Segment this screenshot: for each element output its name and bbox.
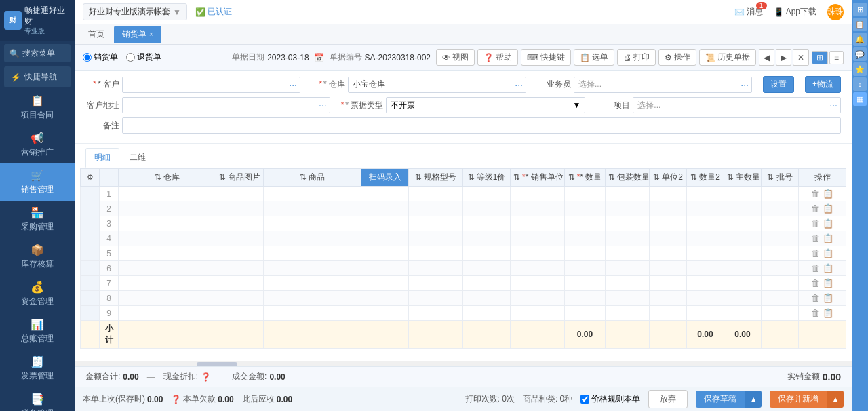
help-icon-debt[interactable]: ❓ — [171, 395, 181, 404]
row-delete-icon[interactable]: 🗑 — [810, 293, 821, 303]
cell-ops-2[interactable]: 🗑📋 — [799, 201, 846, 216]
cell-8-1[interactable] — [511, 187, 565, 201]
cell-6-5[interactable] — [409, 246, 463, 261]
col-settings[interactable]: ⚙ — [81, 169, 100, 187]
cell-ops-9[interactable]: 🗑📋 — [799, 306, 846, 321]
col-unit-header[interactable]: ⇅ * 销售单位 — [511, 169, 565, 187]
cell-7-4[interactable] — [463, 231, 511, 246]
cell-13-6[interactable] — [724, 261, 762, 276]
invoice-type-select[interactable]: 不开票 ▼ — [386, 97, 585, 113]
cell-13-9[interactable] — [724, 306, 762, 321]
right-icon-1[interactable]: ⊞ — [853, 3, 867, 16]
help-circle-icon[interactable]: ❓ — [201, 372, 211, 382]
cell-ops-3[interactable]: 🗑📋 — [799, 216, 846, 231]
list-view-button[interactable]: ≡ — [829, 51, 844, 64]
cell-7-7[interactable] — [463, 276, 511, 291]
cell-6-4[interactable] — [409, 231, 463, 246]
cell-13-8[interactable] — [724, 291, 762, 306]
cell-10-9[interactable] — [606, 306, 650, 321]
cell-ops-7[interactable]: 🗑📋 — [799, 276, 846, 291]
cell-14-2[interactable] — [762, 201, 799, 216]
cell-8-6[interactable] — [511, 261, 565, 276]
cell-4-3[interactable] — [264, 216, 361, 231]
cell-9-8[interactable] — [565, 291, 606, 306]
cell-9-5[interactable] — [565, 246, 606, 261]
cell-3-7[interactable] — [216, 276, 264, 291]
cell-3-5[interactable] — [216, 246, 264, 261]
cell-8-2[interactable] — [511, 201, 565, 216]
cell-2-7[interactable] — [119, 276, 216, 291]
row-copy-icon[interactable]: 📋 — [821, 218, 835, 229]
col-unit2-header[interactable]: ⇅ 单位2 — [650, 169, 687, 187]
address-dots-icon[interactable]: ··· — [319, 100, 327, 111]
cell-13-5[interactable] — [724, 246, 762, 261]
sidebar-item-capital[interactable]: 💰 资金管理 — [0, 275, 75, 313]
shortcut-button[interactable]: ⌨ 快捷键 — [521, 49, 571, 66]
col-spec-header[interactable]: ⇅ 规格型号 — [409, 169, 463, 187]
calendar-icon[interactable]: 📅 — [314, 53, 324, 62]
row-copy-icon[interactable]: 📋 — [821, 308, 835, 318]
col-image-header[interactable]: ⇅ 商品图片 — [216, 169, 264, 187]
row-copy-icon[interactable]: 📋 — [821, 233, 835, 243]
row-copy-icon[interactable]: 📋 — [821, 203, 835, 214]
cell-11-4[interactable] — [650, 231, 687, 246]
sidebar-item-invoice[interactable]: 🧾 发票管理 — [0, 350, 75, 387]
sidebar-item-marketing[interactable]: 📢 营销推广 — [0, 126, 75, 163]
row-copy-icon[interactable]: 📋 — [821, 293, 835, 303]
row-delete-icon[interactable]: 🗑 — [810, 263, 821, 273]
cell-14-9[interactable] — [762, 306, 799, 321]
cell-8-7[interactable] — [511, 276, 565, 291]
cell-13-4[interactable] — [724, 231, 762, 246]
sidebar-item-sales[interactable]: 🛒 销售管理 — [0, 163, 75, 201]
cell-ops-6[interactable]: 🗑📋 — [799, 261, 846, 276]
setup-button[interactable]: 设置 — [763, 76, 794, 93]
cell-10-6[interactable] — [606, 261, 650, 276]
customer-dots-icon[interactable]: ··· — [289, 79, 297, 90]
cell-11-6[interactable] — [650, 261, 687, 276]
close-page-button[interactable]: ✕ — [793, 49, 809, 66]
cell-10-4[interactable] — [606, 231, 650, 246]
col-qty2-header[interactable]: ⇅ 数量2 — [687, 169, 724, 187]
save-new-button[interactable]: 保存并新增 — [770, 391, 827, 408]
cell-11-8[interactable] — [650, 291, 687, 306]
cell-7-3[interactable] — [463, 216, 511, 231]
cell-9-9[interactable] — [565, 306, 606, 321]
cell-7-1[interactable] — [463, 187, 511, 201]
add-logistics-button[interactable]: +物流 — [805, 76, 841, 93]
cell-2-4[interactable] — [119, 231, 216, 246]
app-download-button[interactable]: 📱 App下载 — [774, 6, 816, 18]
cell-5-6[interactable] — [361, 261, 409, 276]
sidebar-item-general[interactable]: 📊 总账管理 — [0, 313, 75, 350]
cell-11-5[interactable] — [650, 246, 687, 261]
row-delete-icon[interactable]: 🗑 — [810, 308, 821, 318]
cell-9-6[interactable] — [565, 261, 606, 276]
cell-2-3[interactable] — [119, 216, 216, 231]
sidebar-item-tax[interactable]: 📑 税务管理 — [0, 387, 75, 411]
project-dots-icon[interactable]: ··· — [829, 100, 837, 111]
col-warehouse-header[interactable]: ⇅ 仓库 — [119, 169, 216, 187]
row-delete-icon[interactable]: 🗑 — [810, 278, 821, 288]
cell-5-1[interactable] — [361, 187, 409, 201]
cell-11-9[interactable] — [650, 306, 687, 321]
search-menu-button[interactable]: 🔍 搜索菜单 — [4, 44, 71, 62]
cell-6-9[interactable] — [409, 306, 463, 321]
sidebar-item-project[interactable]: 📋 项目合同 — [0, 89, 75, 126]
tab-home[interactable]: 首页 — [80, 26, 113, 43]
cell-4-7[interactable] — [264, 276, 361, 291]
row-delete-icon[interactable]: 🗑 — [810, 218, 821, 229]
horizontal-scrollbar[interactable] — [75, 361, 852, 366]
salesperson-dots-icon[interactable]: ··· — [741, 79, 749, 90]
cell-12-4[interactable] — [687, 231, 724, 246]
cell-9-1[interactable] — [565, 187, 606, 201]
cell-6-1[interactable] — [409, 187, 463, 201]
radio-return-order[interactable]: 退货单 — [126, 52, 161, 63]
cell-14-4[interactable] — [762, 231, 799, 246]
col-main-qty-header[interactable]: ⇅ 主数量 — [724, 169, 762, 187]
cell-5-7[interactable] — [361, 276, 409, 291]
tab-close-icon[interactable]: × — [149, 31, 153, 38]
user-avatar[interactable]: 珠珠 — [827, 4, 844, 20]
cell-14-3[interactable] — [762, 216, 799, 231]
cell-6-6[interactable] — [409, 261, 463, 276]
col-batch-header[interactable]: ⇅ 批号 — [762, 169, 799, 187]
tab-sales-order[interactable]: 销货单 × — [114, 26, 161, 43]
